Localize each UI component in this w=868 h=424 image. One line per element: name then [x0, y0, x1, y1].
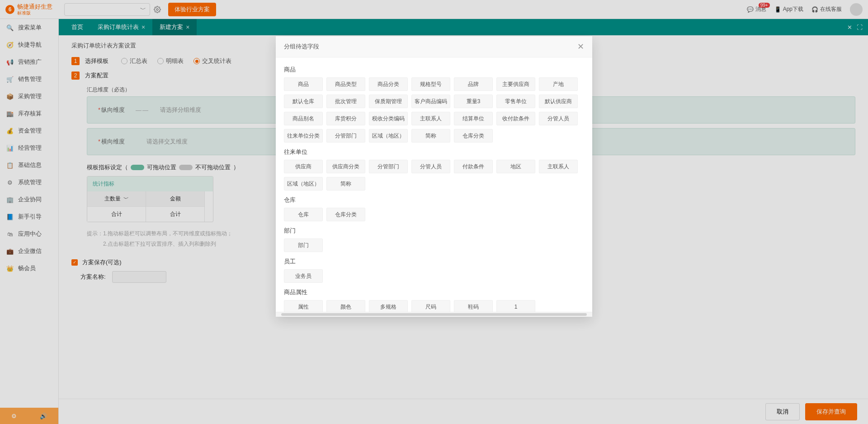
field-chip[interactable]: 仓库分类	[454, 129, 493, 143]
field-chip[interactable]: 收付款条件	[496, 112, 535, 125]
modal-horizontal-scrollbar[interactable]	[276, 312, 592, 317]
field-chip[interactable]: 品牌	[454, 77, 493, 91]
field-group-title: 商品属性	[284, 288, 584, 296]
field-chip[interactable]: 零售单位	[496, 95, 535, 108]
scrollbar-thumb[interactable]	[281, 313, 587, 316]
field-group: 员工业务员	[284, 257, 584, 283]
modal-header: 分组待选字段 ✕	[276, 36, 592, 57]
field-chip[interactable]: 区域（地区）	[369, 129, 408, 143]
field-chip[interactable]: 规格型号	[411, 77, 450, 91]
field-chip[interactable]: 简称	[411, 129, 450, 143]
field-chip[interactable]: 供应商	[284, 160, 323, 173]
field-chip[interactable]: 分管部门	[369, 160, 408, 173]
field-chip[interactable]: 重量3	[454, 95, 493, 108]
field-chip[interactable]: 供应商分类	[326, 160, 365, 173]
field-chip[interactable]: 属性	[284, 300, 323, 312]
field-grid: 业务员	[284, 269, 584, 283]
field-group: 仓库仓库仓库分类	[284, 196, 584, 221]
field-chip[interactable]: 批次管理	[326, 95, 365, 108]
field-chip[interactable]: 仓库	[284, 208, 323, 221]
field-group-title: 员工	[284, 257, 584, 266]
field-chip[interactable]: 结算单位	[454, 112, 493, 125]
field-chip[interactable]: 库货积分	[326, 112, 365, 125]
field-chip[interactable]: 主联系人	[411, 112, 450, 125]
field-chip[interactable]: 分管人员	[411, 160, 450, 173]
field-grid: 仓库仓库分类	[284, 208, 584, 221]
field-group: 商品商品商品类型商品分类规格型号品牌主要供应商产地默认仓库批次管理保质期管理客户…	[284, 66, 584, 143]
field-group: 商品属性属性颜色多规格尺码鞋码1	[284, 288, 584, 312]
field-chip[interactable]: 部门	[284, 238, 323, 252]
field-chip[interactable]: 默认仓库	[284, 95, 323, 108]
field-chip[interactable]: 地区	[496, 160, 535, 173]
field-group-title: 往来单位	[284, 148, 584, 156]
field-grid: 供应商供应商分类分管部门分管人员付款条件地区主联系人区域（地区）简称	[284, 160, 584, 191]
field-grid: 商品商品类型商品分类规格型号品牌主要供应商产地默认仓库批次管理保质期管理客户商品…	[284, 77, 584, 143]
field-chip[interactable]: 多规格	[369, 300, 408, 312]
field-chip[interactable]: 税收分类编码	[369, 112, 408, 125]
close-icon[interactable]: ✕	[577, 42, 584, 52]
modal-overlay[interactable]: 分组待选字段 ✕ 商品商品商品类型商品分类规格型号品牌主要供应商产地默认仓库批次…	[0, 0, 868, 424]
field-chip[interactable]: 1	[496, 300, 535, 312]
field-chip[interactable]: 客户商品编码	[411, 95, 450, 108]
field-chip[interactable]: 付款条件	[454, 160, 493, 173]
field-group: 往来单位供应商供应商分类分管部门分管人员付款条件地区主联系人区域（地区）简称	[284, 148, 584, 191]
field-chip[interactable]: 主要供应商	[496, 77, 535, 91]
field-chip[interactable]: 分管部门	[326, 129, 365, 143]
modal-title: 分组待选字段	[284, 43, 319, 51]
field-chip[interactable]: 简称	[326, 177, 365, 191]
field-chip[interactable]: 往来单位分类	[284, 129, 323, 143]
field-chip[interactable]: 颜色	[326, 300, 365, 312]
field-chip[interactable]: 区域（地区）	[284, 177, 323, 191]
field-grid: 属性颜色多规格尺码鞋码1	[284, 300, 584, 312]
field-chip[interactable]: 鞋码	[454, 300, 493, 312]
field-chip[interactable]: 商品	[284, 77, 323, 91]
field-chip[interactable]: 尺码	[411, 300, 450, 312]
field-chip[interactable]: 商品分类	[369, 77, 408, 91]
field-group: 部门部门	[284, 227, 584, 252]
field-group-title: 仓库	[284, 196, 584, 204]
field-chip[interactable]: 默认供应商	[539, 95, 578, 108]
field-chip[interactable]: 仓库分类	[326, 208, 365, 221]
field-chip[interactable]: 商品类型	[326, 77, 365, 91]
field-group-title: 商品	[284, 66, 584, 74]
field-group-title: 部门	[284, 227, 584, 235]
field-chip[interactable]: 业务员	[284, 269, 323, 283]
field-chip[interactable]: 产地	[539, 77, 578, 91]
field-chip[interactable]: 保质期管理	[369, 95, 408, 108]
field-chip[interactable]: 分管人员	[539, 112, 578, 125]
field-chip[interactable]: 商品别名	[284, 112, 323, 125]
modal-body[interactable]: 商品商品商品类型商品分类规格型号品牌主要供应商产地默认仓库批次管理保质期管理客户…	[276, 57, 592, 312]
field-selector-modal: 分组待选字段 ✕ 商品商品商品类型商品分类规格型号品牌主要供应商产地默认仓库批次…	[276, 36, 592, 317]
field-chip[interactable]: 主联系人	[539, 160, 578, 173]
field-grid: 部门	[284, 238, 584, 252]
